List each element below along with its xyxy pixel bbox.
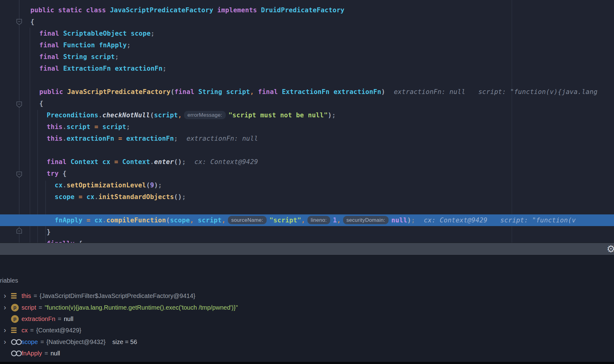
code-line[interactable]: Preconditions.checkNotNull(script,errorM…	[0, 109, 614, 121]
code-token: Function fnApply	[63, 41, 127, 49]
code-line[interactable]: final Function fnApply;	[0, 39, 614, 51]
expand-chevron-icon[interactable]: ›	[4, 326, 11, 335]
fold-collapse-icon[interactable]	[16, 171, 22, 178]
code-line[interactable]: finally {	[0, 238, 614, 243]
code-token: JavaScriptPredicateFactory	[110, 6, 213, 14]
code-token: "script"	[269, 217, 301, 224]
code-token: this	[47, 123, 63, 131]
code-line[interactable]: final Context cx = Context.enter();cx: C…	[0, 156, 614, 168]
code-token	[110, 158, 114, 166]
code-token	[59, 65, 63, 72]
code-line[interactable]: {	[0, 98, 614, 109]
code-token	[194, 217, 198, 224]
code-token	[59, 170, 63, 177]
code-token	[63, 88, 67, 96]
code-line[interactable]: }	[0, 226, 614, 238]
code-token: public	[39, 88, 63, 96]
current-execution-line[interactable]: fnApply = cx.compileFunction(scope, scri…	[0, 214, 614, 226]
code-line[interactable]: scope = cx.initStandardObjects();	[0, 191, 614, 203]
code-line[interactable]: public static class JavaScriptPredicateF…	[0, 4, 614, 16]
field-icon	[11, 350, 22, 356]
code-token	[278, 88, 282, 96]
variable-row[interactable]: ›this={JavaScriptDimFilter$JavaScriptPre…	[0, 291, 195, 300]
variable-name: fnApply	[22, 350, 42, 357]
code-token: String script	[63, 53, 115, 61]
variable-name: cx	[22, 327, 28, 334]
code-token: ;	[182, 193, 186, 201]
fold-end-icon[interactable]	[16, 227, 22, 234]
code-line[interactable]: cx.setOptimizationLevel(9);	[0, 179, 614, 191]
code-token: final	[39, 65, 59, 72]
code-line[interactable]	[0, 144, 614, 156]
expand-chevron-icon[interactable]: ›	[4, 303, 11, 312]
equals-sign: =	[30, 327, 34, 334]
code-token: try	[47, 170, 59, 177]
code-token: cx	[87, 193, 95, 201]
object-icon	[11, 327, 22, 333]
code-token: extractionFn	[126, 135, 174, 142]
code-token: )	[154, 182, 158, 189]
debugger-inline-hint: cx: Context@9429	[194, 158, 258, 166]
code-token: ()	[174, 193, 182, 201]
code-token: final	[39, 41, 59, 49]
code-token: implements	[217, 6, 257, 14]
equals-sign: =	[58, 315, 61, 323]
debug-toolbar: ⚙	[0, 243, 614, 255]
code-line[interactable]: this.extractionFn = extractionFn;extract…	[0, 133, 614, 144]
code-token	[83, 193, 87, 201]
code-token: 1	[333, 217, 337, 224]
settings-gear-icon[interactable]: ⚙	[607, 243, 614, 254]
fold-collapse-icon[interactable]	[16, 19, 22, 25]
code-token: =	[118, 135, 122, 142]
code-token: finally	[47, 240, 75, 243]
expand-chevron-icon[interactable]: ›	[4, 292, 11, 300]
code-token: ;	[126, 123, 130, 131]
variable-row[interactable]: ›pscript="function(v){java.lang.Runtime.…	[0, 303, 238, 312]
code-line[interactable]: final ExtractionFn extractionFn;	[0, 63, 614, 74]
code-token: setOptimizationLevel	[67, 182, 146, 189]
code-line[interactable]: final String script;	[0, 51, 614, 63]
code-token: .	[102, 217, 106, 224]
code-token: enter	[154, 158, 174, 166]
debugger-inline-hint: extractionFn: null	[394, 88, 465, 96]
code-token: .	[98, 112, 102, 119]
fold-collapse-icon[interactable]	[16, 101, 22, 108]
code-token: (	[166, 217, 170, 224]
variable-row[interactable]: pextractionFn=null	[0, 314, 73, 323]
variable-row[interactable]: ›cx={Context@9429}	[0, 326, 81, 335]
code-line[interactable]: final ScriptableObject scope;	[0, 28, 614, 39]
code-token	[91, 217, 95, 224]
code-token: ,	[190, 217, 194, 224]
code-token: ;	[127, 41, 131, 49]
code-line[interactable]: public JavaScriptPredicateFactory(final …	[0, 86, 614, 98]
field-icon	[11, 339, 22, 345]
variable-row[interactable]: fnApply=null	[0, 349, 60, 358]
variable-name: this	[22, 292, 31, 299]
code-token: JavaScriptPredicateFactory	[67, 88, 171, 96]
variable-value: "function(v){java.lang.Runtime.getRuntim…	[45, 304, 238, 311]
variable-row[interactable]: ›scope={NativeObject@9432}size = 56	[0, 337, 137, 346]
param-name-hint-pill: lineno:	[307, 216, 330, 224]
equals-sign: =	[40, 339, 44, 346]
expand-chevron-icon[interactable]: ›	[4, 338, 11, 346]
code-token	[75, 240, 79, 243]
code-token: final	[47, 158, 67, 166]
code-line[interactable]	[0, 203, 614, 214]
code-token: ,	[337, 217, 341, 224]
code-token: ;	[151, 30, 154, 37]
parameter-icon: p	[11, 304, 22, 311]
code-line[interactable]: try {	[0, 168, 614, 179]
code-line[interactable]: {	[0, 16, 614, 28]
variable-name: extractionFn	[22, 315, 55, 323]
debugger-inline-hint: cx: Context@9429	[424, 217, 487, 224]
variables-panel-title: riables	[0, 277, 18, 284]
code-token: initStandardObjects	[98, 193, 174, 201]
code-editor[interactable]: public static class JavaScriptPredicateF…	[0, 0, 614, 243]
param-name-hint-pill: sourceName:	[228, 216, 267, 224]
code-line[interactable]: this.script = script;	[0, 121, 614, 133]
code-token: .	[63, 123, 67, 131]
code-token: Context cx	[71, 158, 110, 166]
code-token	[118, 158, 122, 166]
code-line[interactable]	[0, 74, 614, 86]
code-token: extractionFn	[67, 135, 114, 142]
